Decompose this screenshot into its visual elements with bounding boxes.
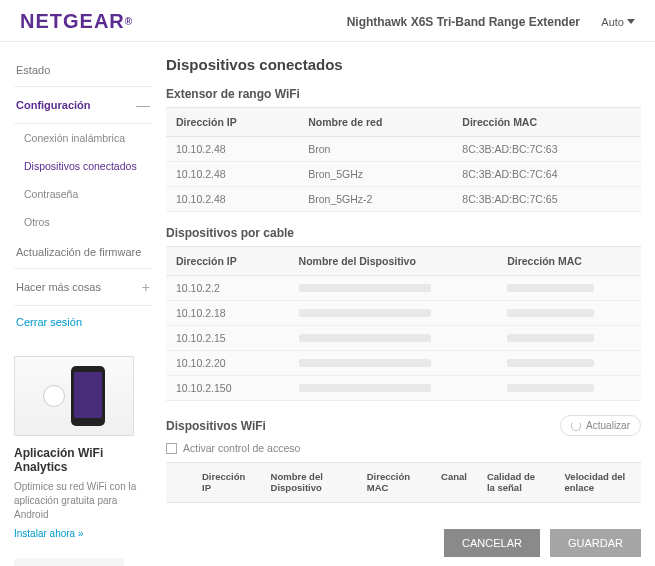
redacted xyxy=(299,359,431,367)
table-wifi-dev: Dirección IP Nombre del Dispositivo Dire… xyxy=(166,462,641,503)
access-control-label: Activar control de acceso xyxy=(183,442,300,454)
table-header-row: Dirección IP Nombre de red Dirección MAC xyxy=(166,108,641,137)
sidebar-sub-wireless[interactable]: Conexión inalámbrica xyxy=(14,124,152,152)
col-network: Nombre de red xyxy=(298,108,452,137)
promo-box: Aplicación WiFi Analytics Optimice su re… xyxy=(14,356,152,540)
collapse-icon: — xyxy=(136,97,150,113)
access-control-checkbox[interactable] xyxy=(166,443,177,454)
brand-logo: NETGEAR® xyxy=(20,10,133,33)
table-row: 10.10.2.150 xyxy=(166,376,641,401)
sidebar-logout[interactable]: Cerrar sesión xyxy=(14,306,152,338)
cancel-button[interactable]: CANCELAR xyxy=(444,529,540,557)
main-content: Dispositivos conectados Extensor de rang… xyxy=(166,54,641,566)
table-header-row: Dirección IP Nombre del Dispositivo Dire… xyxy=(166,463,641,503)
save-button[interactable]: GUARDAR xyxy=(550,529,641,557)
sidebar: Estado Configuración— Conexión inalámbri… xyxy=(14,54,152,566)
promo-title: Aplicación WiFi Analytics xyxy=(14,446,152,474)
sidebar-item-firmware[interactable]: Actualización de firmware xyxy=(14,236,152,269)
redacted xyxy=(299,334,431,342)
sidebar-item-status[interactable]: Estado xyxy=(14,54,152,87)
section-wifi-ext: Extensor de rango WiFi xyxy=(166,87,641,101)
table-wired: Dirección IP Nombre del Dispositivo Dire… xyxy=(166,246,641,401)
table-header-row: Dirección IP Nombre del Dispositivo Dire… xyxy=(166,247,641,276)
section-wifi-dev: Dispositivos WiFi xyxy=(166,419,266,433)
promo-desc: Optimice su red WiFi con la aplicación g… xyxy=(14,480,152,522)
sidebar-sub-password[interactable]: Contraseña xyxy=(14,180,152,208)
page-title: Dispositivos conectados xyxy=(166,56,641,73)
col-ip: Dirección IP xyxy=(166,108,298,137)
table-row: 10.10.2.48Bron_5GHz8C:3B:AD:BC:7C:64 xyxy=(166,162,641,187)
table-row: 10.10.2.48Bron_5GHz-28C:3B:AD:BC:7C:65 xyxy=(166,187,641,212)
plus-icon: + xyxy=(142,279,150,295)
redacted xyxy=(507,359,594,367)
footer-buttons: CANCELAR GUARDAR xyxy=(166,529,641,557)
help-image: ☺ xyxy=(14,558,124,566)
table-row: 10.10.2.20 xyxy=(166,351,641,376)
section-wired: Dispositivos por cable xyxy=(166,226,641,240)
chevron-down-icon xyxy=(627,19,635,24)
redacted xyxy=(507,284,594,292)
table-row: 10.10.2.18 xyxy=(166,301,641,326)
col-devname: Nombre del Dispositivo xyxy=(289,247,498,276)
redacted xyxy=(299,309,431,317)
redacted xyxy=(507,334,594,342)
refresh-button[interactable]: Actualizar xyxy=(560,415,641,436)
col-mac: Dirección MAC xyxy=(497,247,641,276)
language-selector[interactable]: Auto xyxy=(601,16,635,28)
refresh-icon xyxy=(571,421,581,431)
table-row: 10.10.2.2 xyxy=(166,276,641,301)
redacted xyxy=(299,384,431,392)
sidebar-item-more[interactable]: Hacer más cosas+ xyxy=(14,269,152,306)
table-row: 10.10.2.48Bron8C:3B:AD:BC:7C:63 xyxy=(166,137,641,162)
col-mac: Dirección MAC xyxy=(452,108,641,137)
sidebar-sub-otros[interactable]: Otros xyxy=(14,208,152,236)
promo-image xyxy=(14,356,134,436)
redacted xyxy=(507,309,594,317)
header: NETGEAR® Nighthawk X6S Tri-Band Range Ex… xyxy=(0,0,655,42)
sidebar-item-config[interactable]: Configuración— xyxy=(14,87,152,124)
table-row: 10.10.2.15 xyxy=(166,326,641,351)
sidebar-sub-devices[interactable]: Dispositivos conectados xyxy=(14,152,152,180)
product-name: Nighthawk X6S Tri-Band Range Extender xyxy=(347,15,580,29)
redacted xyxy=(507,384,594,392)
col-ip: Dirección IP xyxy=(166,247,289,276)
table-wifi-ext: Dirección IP Nombre de red Dirección MAC… xyxy=(166,107,641,212)
redacted xyxy=(299,284,431,292)
promo-link[interactable]: Instalar ahora » xyxy=(14,528,84,539)
header-right: Nighthawk X6S Tri-Band Range Extender Au… xyxy=(347,15,635,29)
